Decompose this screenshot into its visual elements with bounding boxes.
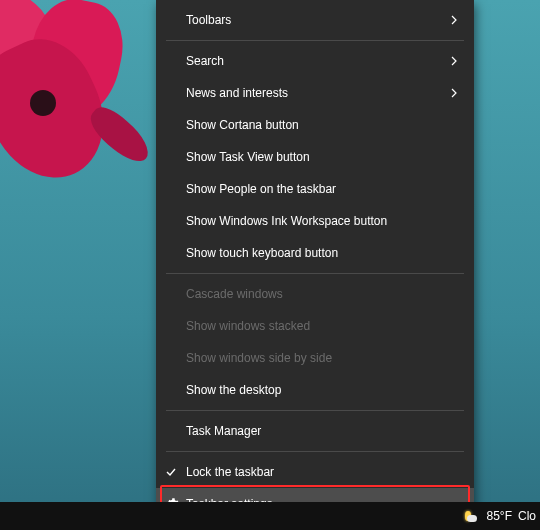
menu-item-label: News and interests: [186, 86, 450, 100]
menu-item-label: Show People on the taskbar: [186, 182, 460, 196]
checkmark-icon: [164, 465, 178, 479]
menu-item-label: Show Task View button: [186, 150, 460, 164]
chevron-right-icon: [450, 88, 460, 98]
menu-item-label: Show the desktop: [186, 383, 460, 397]
menu-item-show-the-desktop[interactable]: Show the desktop: [156, 374, 474, 406]
menu-item-news-and-interests[interactable]: News and interests: [156, 77, 474, 109]
taskbar[interactable]: 85°F Clo: [0, 502, 540, 530]
weather-temperature[interactable]: 85°F: [487, 509, 512, 523]
menu-item-show-windows-side-by-side: Show windows side by side: [156, 342, 474, 374]
menu-item-cascade-windows: Cascade windows: [156, 278, 474, 310]
desktop-background: ToolbarsSearchNews and interestsShow Cor…: [0, 0, 540, 530]
weather-icon: [465, 508, 481, 524]
menu-item-label: Task Manager: [186, 424, 460, 438]
taskbar-context-menu[interactable]: ToolbarsSearchNews and interestsShow Cor…: [156, 0, 474, 520]
chevron-right-icon: [450, 15, 460, 25]
menu-item-label: Show windows side by side: [186, 351, 460, 365]
wallpaper-flower: [0, 0, 160, 200]
menu-item-label: Lock the taskbar: [186, 465, 460, 479]
menu-separator: [166, 410, 464, 411]
menu-item-label: Show windows stacked: [186, 319, 460, 333]
menu-item-show-windows-ink-workspace-button[interactable]: Show Windows Ink Workspace button: [156, 205, 474, 237]
menu-item-toolbars[interactable]: Toolbars: [156, 4, 474, 36]
chevron-right-icon: [450, 56, 460, 66]
menu-item-show-cortana-button[interactable]: Show Cortana button: [156, 109, 474, 141]
weather-condition[interactable]: Clo: [518, 509, 536, 523]
menu-item-label: Cascade windows: [186, 287, 460, 301]
menu-separator: [166, 451, 464, 452]
menu-item-label: Show touch keyboard button: [186, 246, 460, 260]
menu-item-label: Search: [186, 54, 450, 68]
menu-item-show-windows-stacked: Show windows stacked: [156, 310, 474, 342]
menu-item-label: Show Cortana button: [186, 118, 460, 132]
menu-item-task-manager[interactable]: Task Manager: [156, 415, 474, 447]
menu-item-label: Show Windows Ink Workspace button: [186, 214, 460, 228]
menu-separator: [166, 40, 464, 41]
menu-item-show-people-on-the-taskbar[interactable]: Show People on the taskbar: [156, 173, 474, 205]
menu-item-show-touch-keyboard-button[interactable]: Show touch keyboard button: [156, 237, 474, 269]
menu-item-lock-the-taskbar[interactable]: Lock the taskbar: [156, 456, 474, 488]
menu-item-show-task-view-button[interactable]: Show Task View button: [156, 141, 474, 173]
menu-item-search[interactable]: Search: [156, 45, 474, 77]
menu-separator: [166, 273, 464, 274]
menu-item-label: Toolbars: [186, 13, 450, 27]
